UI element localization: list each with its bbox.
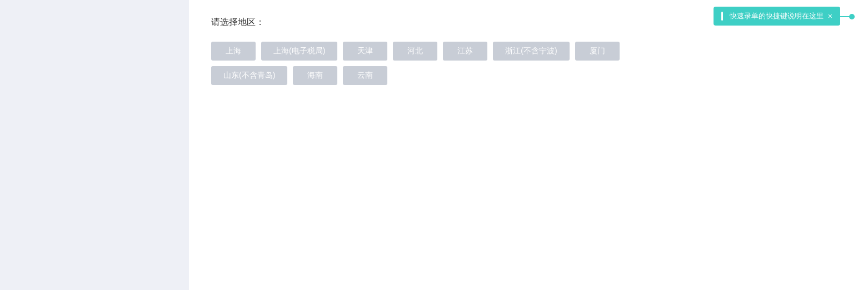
- tooltip-connector-dot: [849, 14, 855, 19]
- region-btn-hebei[interactable]: 河北: [393, 42, 437, 61]
- region-btn-xiamen[interactable]: 厦门: [575, 42, 620, 61]
- left-sidebar: [0, 0, 189, 290]
- region-btn-tianjin[interactable]: 天津: [343, 42, 387, 61]
- region-btn-jiangsu[interactable]: 江苏: [443, 42, 487, 61]
- main-content: 请选择地区： 上海 上海(电子税局) 天津 河北 江苏 浙江(不含宁波) 厦门 …: [189, 0, 868, 290]
- tooltip-close-button[interactable]: ×: [828, 12, 832, 20]
- region-btn-shandong[interactable]: 山东(不含青岛): [211, 66, 287, 85]
- tooltip-connector-line: [840, 16, 850, 17]
- region-row-2: 山东(不含青岛) 海南 云南: [211, 66, 846, 85]
- region-row-1: 上海 上海(电子税局) 天津 河北 江苏 浙江(不含宁波) 厦门: [211, 42, 846, 61]
- tooltip-text: 快速录单的快捷键说明在这里: [730, 11, 824, 21]
- region-btn-shanghai-etax[interactable]: 上海(电子税局): [261, 42, 337, 61]
- region-btn-zhejiang[interactable]: 浙江(不含宁波): [493, 42, 569, 61]
- region-btn-yunnan[interactable]: 云南: [343, 66, 387, 85]
- region-btn-shanghai[interactable]: 上海: [211, 42, 256, 61]
- tooltip-banner: 快速录单的快捷键说明在这里 ×: [714, 7, 840, 26]
- region-btn-hainan[interactable]: 海南: [293, 66, 337, 85]
